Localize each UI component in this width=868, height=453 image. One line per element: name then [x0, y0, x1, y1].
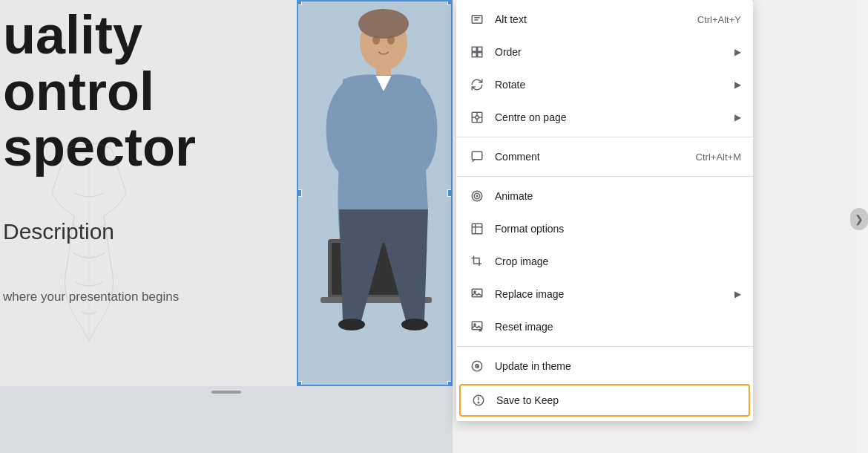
menu-item-crop-image[interactable]: Crop image: [456, 245, 753, 278]
svg-rect-19: [472, 53, 476, 57]
menu-item-replace-image[interactable]: Replace image▶: [456, 278, 753, 310]
text-icon: [468, 10, 486, 28]
reset-icon: [468, 318, 486, 336]
menu-item-label-format-options: Format options: [495, 223, 741, 235]
svg-rect-17: [472, 47, 476, 51]
animate-icon: [468, 187, 486, 205]
menu-item-label-reset-image: Reset image: [495, 321, 741, 333]
menu-item-reset-image[interactable]: Reset image: [456, 310, 753, 343]
menu-item-arrow-replace-image: ▶: [734, 289, 741, 299]
scrollbar-thumb[interactable]: ❯: [850, 208, 868, 230]
menu-item-arrow-rotate: ▶: [734, 79, 741, 90]
menu-item-label-replace-image: Replace image: [495, 288, 729, 300]
menu-item-order[interactable]: Order▶: [456, 36, 753, 68]
svg-point-42: [478, 402, 479, 403]
svg-point-12: [372, 36, 380, 45]
replace-icon: [468, 285, 486, 303]
menu-item-label-animate: Animate: [495, 190, 741, 202]
slide-canvas: uality ontrol spector Description where …: [0, 0, 453, 453]
crop-icon: [468, 252, 486, 270]
comment-icon: [468, 148, 486, 166]
selection-handle-tl[interactable]: [297, 0, 302, 5]
menu-item-label-crop-image: Crop image: [495, 255, 741, 267]
svg-rect-27: [472, 151, 482, 160]
menu-item-label-comment: Comment: [495, 151, 690, 163]
menu-item-arrow-order: ▶: [734, 47, 741, 57]
slide-nav-indicator: [211, 391, 241, 394]
svg-point-10: [338, 319, 365, 330]
format-icon: [468, 220, 486, 238]
menu-item-label-alt-text: Alt text: [495, 13, 691, 25]
menu-item-format-options[interactable]: Format options: [456, 212, 753, 245]
selection-handle-ml[interactable]: [297, 189, 302, 197]
menu-item-label-rotate: Rotate: [495, 79, 729, 91]
menu-item-shortcut-comment: Ctrl+Alt+M: [696, 151, 741, 163]
menu-item-save-to-keep[interactable]: Save to Keep: [459, 384, 750, 417]
scrollbar: ❯: [856, 0, 868, 453]
keep-icon: [470, 391, 487, 409]
menu-item-label-order: Order: [495, 46, 729, 58]
selection-handle-tr[interactable]: [447, 0, 453, 5]
slide-image[interactable]: [297, 0, 453, 386]
scrollbar-arrow: ❯: [855, 213, 864, 225]
slide-title-line2: ontrol: [3, 64, 196, 120]
menu-item-shortcut-alt-text: Ctrl+Alt+Y: [697, 14, 741, 25]
svg-point-13: [387, 36, 395, 45]
order-icon: [468, 43, 486, 61]
svg-point-31: [476, 195, 478, 197]
selection-handle-bl[interactable]: [297, 381, 302, 386]
menu-item-comment[interactable]: CommentCtrl+Alt+M: [456, 140, 753, 173]
slide-title-line1: uality: [3, 7, 196, 64]
svg-point-11: [401, 319, 428, 330]
rotate-icon: [468, 76, 486, 94]
svg-point-38: [474, 324, 476, 325]
menu-item-label-update-in-theme: Update in theme: [495, 360, 741, 372]
menu-item-label-centre-on-page: Centre on page: [495, 111, 729, 123]
selection-handle-br[interactable]: [447, 381, 453, 386]
svg-point-21: [476, 116, 479, 120]
menu-item-animate[interactable]: Animate: [456, 180, 753, 212]
menu-divider: [456, 346, 753, 347]
svg-rect-20: [478, 53, 482, 57]
menu-item-label-save-to-keep: Save to Keep: [496, 394, 740, 406]
theme-icon: [468, 357, 486, 375]
svg-point-3: [358, 9, 409, 39]
wire-figure: [22, 134, 156, 356]
menu-divider: [456, 137, 753, 137]
menu-item-alt-text[interactable]: Alt textCtrl+Alt+Y: [456, 3, 753, 36]
menu-item-update-in-theme[interactable]: Update in theme: [456, 350, 753, 382]
centre-icon: [468, 108, 486, 126]
menu-item-arrow-centre-on-page: ▶: [734, 112, 741, 123]
context-menu: Alt textCtrl+Alt+YOrder▶Rotate▶Centre on…: [456, 0, 753, 421]
selection-handle-mr[interactable]: [447, 189, 453, 197]
menu-item-rotate[interactable]: Rotate▶: [456, 68, 753, 101]
menu-item-centre-on-page[interactable]: Centre on page▶: [456, 101, 753, 134]
svg-rect-18: [478, 47, 482, 51]
svg-rect-32: [472, 224, 482, 234]
menu-divider: [456, 176, 753, 177]
svg-point-36: [474, 291, 476, 293]
